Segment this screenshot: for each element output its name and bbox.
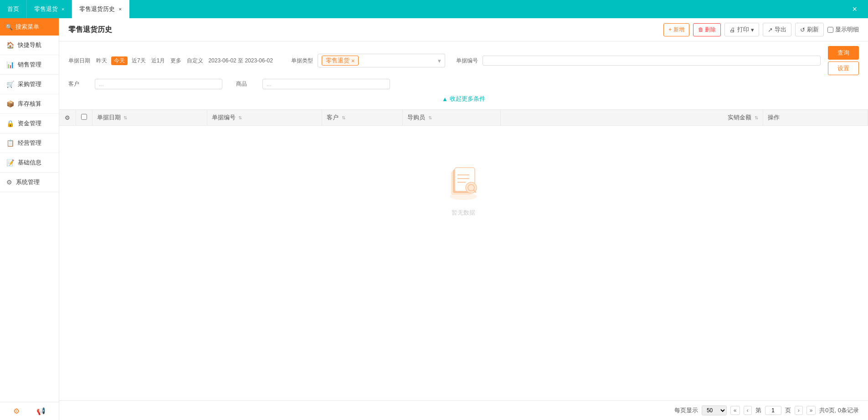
date-opt-custom[interactable]: 自定义 bbox=[185, 56, 205, 65]
goods-label: 商品 bbox=[236, 80, 260, 88]
prev-page-btn[interactable]: ‹ bbox=[744, 406, 752, 415]
sidebar-speaker-icon[interactable]: 📢 bbox=[36, 407, 46, 415]
pagination: 每页显示 20 50 100 « ‹ 第 页 › » 共0页, 0条记录 bbox=[59, 400, 868, 420]
type-tag[interactable]: 零售退货 × bbox=[322, 56, 359, 66]
select-all-checkbox[interactable] bbox=[81, 114, 87, 120]
type-dropdown-chevron: ▾ bbox=[438, 57, 441, 64]
sidebar-item-basic-info-label: 基础信息 bbox=[18, 159, 41, 167]
type-tag-label: 零售退货 bbox=[326, 56, 349, 65]
type-select-box[interactable]: 零售退货 × ▾ bbox=[318, 54, 445, 67]
topbar: 首页 零售退货 × 零售退货历史 × × bbox=[0, 0, 868, 18]
col-settings[interactable]: ⚙ bbox=[59, 110, 76, 126]
content-area: 零售退货历史 + 新增 🗑 删除 🖨 打印 ▾ ↗ 导出 ↺ 刷新 bbox=[59, 18, 868, 420]
data-table: ⚙ 单据日期 ⇅ 单据编号 ⇅ bbox=[59, 110, 868, 235]
export-button[interactable]: ↗ 导出 bbox=[763, 23, 791, 36]
refresh-icon: ↺ bbox=[800, 26, 805, 33]
col-date[interactable]: 单据日期 ⇅ bbox=[92, 110, 207, 126]
sidebar-item-finance[interactable]: 🔒 资金管理 bbox=[0, 114, 59, 133]
last-page-btn[interactable]: » bbox=[806, 406, 816, 415]
col-ops: 操作 bbox=[763, 110, 868, 126]
table-container: ⚙ 单据日期 ⇅ 单据编号 ⇅ bbox=[59, 110, 868, 400]
table-header-row: ⚙ 单据日期 ⇅ 单据编号 ⇅ bbox=[59, 110, 868, 126]
print-icon: 🖨 bbox=[729, 26, 735, 33]
query-button[interactable]: 查询 bbox=[828, 46, 859, 60]
tab-retail-return[interactable]: 零售退货 × bbox=[27, 0, 72, 18]
sidebar-item-system[interactable]: ⚙ 系统管理 bbox=[0, 173, 59, 192]
sidebar-item-sales-mgmt[interactable]: 📊 销售管理 bbox=[0, 55, 59, 75]
tab-retail-return-history-close[interactable]: × bbox=[118, 6, 121, 12]
topbar-tabs: 首页 零售退货 × 零售退货历史 × bbox=[0, 0, 848, 18]
sidebar-item-inventory[interactable]: 📦 库存核算 bbox=[0, 94, 59, 114]
delete-button[interactable]: 🗑 删除 bbox=[693, 23, 721, 36]
sidebar-item-basic-info[interactable]: 📝 基础信息 bbox=[0, 153, 59, 173]
date-opt-more[interactable]: 更多 bbox=[169, 56, 183, 65]
sidebar-item-operations[interactable]: 📋 经营管理 bbox=[0, 133, 59, 153]
type-label: 单据类型 bbox=[291, 57, 315, 65]
col-number[interactable]: 单据编号 ⇅ bbox=[207, 110, 322, 126]
page-number-input[interactable] bbox=[765, 406, 781, 415]
customer-ellipsis: ... bbox=[99, 81, 104, 87]
col-guide-sort: ⇅ bbox=[428, 115, 432, 120]
print-button[interactable]: 🖨 打印 ▾ bbox=[724, 23, 759, 36]
sidebar-item-purchase-mgmt[interactable]: 🛒 采购管理 bbox=[0, 75, 59, 94]
sidebar-item-finance-label: 资金管理 bbox=[18, 119, 41, 128]
tab-home[interactable]: 首页 bbox=[0, 0, 27, 18]
date-opt-7days[interactable]: 近7天 bbox=[130, 56, 147, 65]
col-date-sort: ⇅ bbox=[123, 115, 127, 120]
date-label: 单据日期 bbox=[68, 57, 92, 65]
number-input[interactable] bbox=[483, 56, 821, 66]
export-label: 导出 bbox=[775, 26, 786, 34]
page-actions: + 新增 🗑 删除 🖨 打印 ▾ ↗ 导出 ↺ 刷新 显示明细 bbox=[663, 23, 859, 36]
inventory-icon: 📦 bbox=[6, 100, 14, 108]
table-area: ⚙ 单据日期 ⇅ 单据编号 ⇅ bbox=[59, 110, 868, 400]
basic-info-icon: 📝 bbox=[6, 159, 14, 166]
number-label: 单据编号 bbox=[456, 57, 480, 65]
export-icon: ↗ bbox=[768, 26, 773, 33]
display-detail-checkbox[interactable] bbox=[827, 27, 833, 33]
empty-row: 暂无数据 bbox=[59, 126, 868, 236]
filter-row-1: 单据日期 昨天 今天 近7天 近1月 更多 自定义 2023-06-02 至 2… bbox=[68, 46, 859, 75]
date-opt-today[interactable]: 今天 bbox=[111, 56, 128, 65]
empty-state-cell: 暂无数据 bbox=[59, 126, 868, 236]
empty-text: 暂无数据 bbox=[452, 209, 475, 217]
new-button[interactable]: + 新增 bbox=[663, 23, 689, 36]
sidebar-search[interactable]: 🔍 搜索菜单 bbox=[0, 18, 59, 36]
col-customer[interactable]: 客户 ⇅ bbox=[322, 110, 402, 126]
quick-nav-icon: 🏠 bbox=[6, 41, 14, 49]
table-body: 暂无数据 bbox=[59, 126, 868, 236]
sidebar-item-quick-nav[interactable]: 🏠 快捷导航 bbox=[0, 36, 59, 55]
filter-area: 单据日期 昨天 今天 近7天 近1月 更多 自定义 2023-06-02 至 2… bbox=[59, 41, 868, 110]
collapse-btn[interactable]: ▲ 收起更多条件 bbox=[68, 93, 859, 105]
col-number-sort: ⇅ bbox=[238, 115, 242, 120]
page-size-select[interactable]: 20 50 100 bbox=[702, 405, 727, 415]
display-detail-checkbox-label[interactable]: 显示明细 bbox=[827, 26, 859, 34]
type-tag-close[interactable]: × bbox=[351, 57, 355, 64]
finance-icon: 🔒 bbox=[6, 120, 14, 127]
tab-retail-return-close[interactable]: × bbox=[62, 6, 64, 12]
date-opt-yesterday[interactable]: 昨天 bbox=[95, 56, 108, 65]
goods-select[interactable]: ... bbox=[262, 79, 390, 89]
refresh-label: 刷新 bbox=[807, 26, 819, 34]
col-guide[interactable]: 导购员 ⇅ bbox=[403, 110, 501, 126]
sidebar-gear-icon[interactable]: ⚙ bbox=[13, 407, 20, 415]
tab-retail-return-history[interactable]: 零售退货历史 × bbox=[72, 0, 129, 18]
page-chapter-label: 第 bbox=[755, 406, 761, 415]
sales-mgmt-icon: 📊 bbox=[6, 61, 14, 68]
sidebar-search-label: 搜索菜单 bbox=[15, 23, 39, 31]
set-button[interactable]: 设置 bbox=[828, 61, 859, 75]
first-page-btn[interactable]: « bbox=[730, 406, 740, 415]
customer-select[interactable]: ... bbox=[95, 79, 222, 89]
col-guide-label: 导购员 bbox=[407, 114, 425, 121]
date-opt-1month[interactable]: 近1月 bbox=[150, 56, 167, 65]
search-icon: 🔍 bbox=[5, 24, 13, 31]
col-amount-label: 实销金额 bbox=[728, 114, 751, 121]
sidebar: 🔍 搜索菜单 🏠 快捷导航 📊 销售管理 🛒 采购管理 📦 库存核算 🔒 资金管… bbox=[0, 18, 59, 420]
next-page-btn[interactable]: › bbox=[795, 406, 803, 415]
col-amount[interactable]: 实销金额 ⇅ bbox=[501, 110, 763, 126]
refresh-button[interactable]: ↺ 刷新 bbox=[795, 23, 824, 36]
tab-retail-return-history-label: 零售退货历史 bbox=[79, 5, 115, 13]
sidebar-item-operations-label: 经营管理 bbox=[18, 139, 41, 147]
sidebar-item-quick-nav-label: 快捷导航 bbox=[18, 41, 41, 49]
date-range: 2023-06-02 至 2023-06-02 bbox=[208, 57, 272, 65]
topbar-close-btn[interactable]: × bbox=[848, 5, 861, 14]
